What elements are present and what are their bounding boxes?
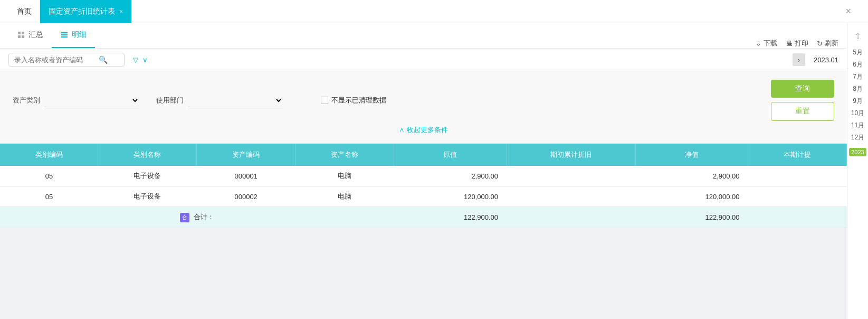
table-total-row: 合 合计： 122,900.00 122,900.00 [0,207,847,228]
col-header-current-depreciation: 本期计提 [748,144,847,166]
table-row: 05 电子设备 000001 电脑 2,900.00 2,900.00 [0,166,847,186]
main-content: 汇总 明细 ⇩ 下载 🖶 打印 ↻ 刷新 [0,23,847,228]
filter-no-cleared: 不显示已清理数据 [321,96,386,105]
cell-net-value: 2,900.00 [635,166,748,186]
close-icon[interactable]: × [119,8,123,15]
collapse-conditions-button[interactable]: ∧ 收起更多条件 [13,121,834,135]
svg-rect-2 [18,35,21,38]
sidebar-month-item[interactable]: 11月 [851,119,864,132]
collapse-icon: ∧ [399,126,405,134]
cell-category-name: 电子设备 [98,166,197,186]
no-cleared-checkbox[interactable] [321,97,328,104]
total-net-value: 122,900.00 [635,207,748,228]
cell-category-code: 05 [0,186,98,207]
right-sidebar: ⇧ 5月6月7月8月9月10月11月12月 2023 [847,23,868,319]
arrow-right-button[interactable]: › [793,53,805,66]
cell-asset-code: 000001 [197,166,295,186]
filter-area: 资产类别 使用部门 不显示已清理数据 查询 重置 ∧ 收起更 [0,71,847,144]
cell-initial-depreciation [507,166,635,186]
query-button[interactable]: 查询 [771,80,834,98]
svg-rect-6 [61,36,68,37]
department-label: 使用部门 [156,96,184,105]
total-label-cell: 合 合计： [0,207,394,228]
filter-icon: ▽ [133,56,138,64]
cell-asset-name: 电脑 [295,186,394,207]
tab-summary-label: 汇总 [28,30,43,40]
more-conditions-button[interactable]: ▽ ∨ [133,56,148,64]
sidebar-month-item[interactable]: 8月 [851,83,864,95]
summary-icon [17,31,25,39]
sidebar-months: 5月6月7月8月9月10月11月12月 [851,46,864,144]
svg-rect-1 [22,32,24,34]
filter-department: 使用部门 [156,93,283,107]
total-current-depreciation [748,207,847,228]
sidebar-month-item[interactable]: 12月 [851,132,864,144]
total-icon: 合 [180,213,189,222]
search-input[interactable] [14,56,99,64]
print-button[interactable]: 🖶 打印 [786,39,808,48]
date-display: 2023.01 [814,56,838,64]
search-icon[interactable]: 🔍 [99,55,108,64]
print-icon: 🖶 [786,40,793,48]
download-button[interactable]: ⇩ 下载 [756,39,777,48]
cell-initial-depreciation [507,186,635,207]
tab-summary[interactable]: 汇总 [8,23,52,48]
cell-current-depreciation [748,166,847,186]
sidebar-scroll-up[interactable]: ⇧ [850,27,866,44]
data-table: 类别编码 类别名称 资产编码 资产名称 原值 期初累计折旧 净值 本期计提 05… [0,144,847,228]
asset-category-select[interactable] [44,93,139,107]
sidebar-month-item[interactable]: 9月 [851,95,864,107]
cell-asset-name: 电脑 [295,166,394,186]
filter-row: 资产类别 使用部门 不显示已清理数据 查询 重置 [13,80,834,121]
nav-tab-fixed-assets[interactable]: 固定资产折旧统计表 × [40,0,131,23]
tab-detail-label: 明细 [72,30,87,40]
table-wrap: 类别编码 类别名称 资产编码 资产名称 原值 期初累计折旧 净值 本期计提 05… [0,144,847,228]
svg-rect-0 [18,32,21,34]
sidebar-month-item[interactable]: 6月 [851,59,864,71]
nav-home[interactable]: 首页 [8,7,40,16]
sidebar-month-item[interactable]: 5月 [851,46,864,59]
table-header-row: 类别编码 类别名称 资产编码 资产名称 原值 期初累计折旧 净值 本期计提 [0,144,847,166]
col-header-net-value: 净值 [635,144,748,166]
cell-original-value: 2,900.00 [394,166,507,186]
collapse-label: 收起更多条件 [407,126,448,134]
refresh-icon: ↻ [817,40,823,48]
asset-category-label: 资产类别 [13,96,40,105]
col-header-category-code: 类别编码 [0,144,98,166]
svg-rect-3 [22,35,24,38]
download-icon: ⇩ [756,40,761,48]
refresh-button[interactable]: ↻ 刷新 [817,39,838,48]
col-header-original-value: 原值 [394,144,507,166]
cell-net-value: 120,000.00 [635,186,748,207]
reset-button[interactable]: 重置 [771,102,834,121]
total-original-value: 122,900.00 [394,207,507,228]
cell-asset-code: 000002 [197,186,295,207]
sidebar-month-item[interactable]: 10月 [851,107,864,119]
filter-actions: 查询 重置 [771,80,834,121]
col-header-asset-name: 资产名称 [295,144,394,166]
nav-tab-label: 固定资产折旧统计表 [49,7,115,16]
cell-current-depreciation [748,186,847,207]
col-header-category-name: 类别名称 [98,144,197,166]
svg-rect-5 [61,34,68,35]
detail-icon [60,31,69,39]
toolbar-actions: ⇩ 下载 🖶 打印 ↻ 刷新 [756,39,838,48]
table-row: 05 电子设备 000002 电脑 120,000.00 120,000.00 [0,186,847,207]
svg-rect-4 [61,32,68,33]
cell-category-name: 电子设备 [98,186,197,207]
sidebar-month-item[interactable]: 7月 [851,71,864,83]
search-bar: 🔍 ▽ ∨ › 2023.01 [0,49,847,71]
cell-original-value: 120,000.00 [394,186,507,207]
tab-detail[interactable]: 明细 [52,23,95,48]
print-label: 打印 [795,39,808,48]
toolbar-tabs: 汇总 明细 ⇩ 下载 🖶 打印 ↻ 刷新 [0,23,847,49]
refresh-label: 刷新 [825,39,838,48]
sidebar-year-badge[interactable]: 2023 [849,148,866,156]
no-cleared-label: 不显示已清理数据 [331,96,386,105]
filter-asset-category: 资产类别 [13,93,139,107]
top-nav: 首页 固定资产折旧统计表 × × [0,0,868,23]
search-input-wrap: 🔍 [8,53,125,67]
chevron-down-icon: ∨ [142,56,148,64]
department-select[interactable] [188,93,283,107]
window-close-button[interactable]: × [837,6,860,17]
